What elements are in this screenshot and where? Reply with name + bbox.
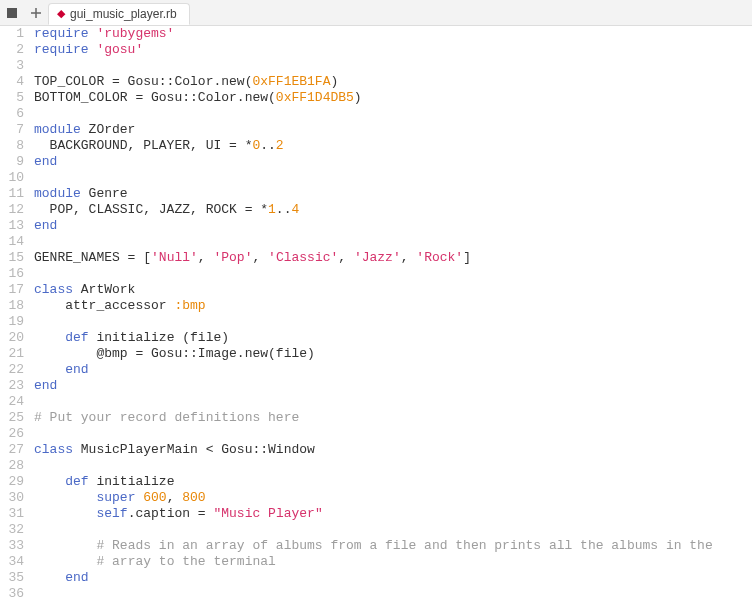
code-line[interactable]: @bmp = Gosu::Image.new(file)	[34, 346, 744, 362]
code-line[interactable]: BOTTOM_COLOR = Gosu::Color.new(0xFF1D4DB…	[34, 90, 744, 106]
code-editor[interactable]: 1234567891011121314151617181920212223242…	[0, 26, 752, 602]
code-line[interactable]: TOP_COLOR = Gosu::Color.new(0xFF1EB1FA)	[34, 74, 744, 90]
line-number: 2	[0, 42, 24, 58]
code-line[interactable]: end	[34, 378, 744, 394]
code-line[interactable]: end	[34, 570, 744, 586]
line-number: 22	[0, 362, 24, 378]
line-number: 20	[0, 330, 24, 346]
line-number: 33	[0, 538, 24, 554]
code-line[interactable]: module ZOrder	[34, 122, 744, 138]
code-line[interactable]: # array to the terminal	[34, 554, 744, 570]
line-number: 29	[0, 474, 24, 490]
code-line[interactable]: def initialize	[34, 474, 744, 490]
code-line[interactable]: class ArtWork	[34, 282, 744, 298]
code-line[interactable]: BACKGROUND, PLAYER, UI = *0..2	[34, 138, 744, 154]
line-number: 19	[0, 314, 24, 330]
line-number: 7	[0, 122, 24, 138]
code-line[interactable]: POP, CLASSIC, JAZZ, ROCK = *1..4	[34, 202, 744, 218]
code-line[interactable]	[34, 266, 744, 282]
code-line[interactable]: end	[34, 154, 744, 170]
new-tab-button[interactable]	[24, 0, 48, 26]
line-number: 23	[0, 378, 24, 394]
tab-file[interactable]: ◆ gui_music_player.rb	[48, 3, 190, 25]
line-number: 3	[0, 58, 24, 74]
tab-filename: gui_music_player.rb	[70, 7, 177, 21]
tab-bar: ◆ gui_music_player.rb	[0, 0, 752, 26]
code-line[interactable]: module Genre	[34, 186, 744, 202]
code-line[interactable]	[34, 522, 744, 538]
line-number: 12	[0, 202, 24, 218]
line-number: 1	[0, 26, 24, 42]
line-number: 4	[0, 74, 24, 90]
line-number: 26	[0, 426, 24, 442]
line-number: 31	[0, 506, 24, 522]
code-line[interactable]: def initialize (file)	[34, 330, 744, 346]
code-line[interactable]	[34, 234, 744, 250]
code-line[interactable]: class MusicPlayerMain < Gosu::Window	[34, 442, 744, 458]
line-number: 27	[0, 442, 24, 458]
code-line[interactable]	[34, 426, 744, 442]
ruby-file-icon: ◆	[57, 7, 65, 20]
line-number: 10	[0, 170, 24, 186]
code-line[interactable]: end	[34, 218, 744, 234]
code-line[interactable]: GENRE_NAMES = ['Null', 'Pop', 'Classic',…	[34, 250, 744, 266]
line-number: 36	[0, 586, 24, 602]
line-number: 21	[0, 346, 24, 362]
line-number: 11	[0, 186, 24, 202]
line-number-gutter: 1234567891011121314151617181920212223242…	[0, 26, 34, 602]
code-line[interactable]: attr_accessor :bmp	[34, 298, 744, 314]
line-number: 24	[0, 394, 24, 410]
menu-icon[interactable]	[0, 0, 24, 26]
line-number: 9	[0, 154, 24, 170]
code-line[interactable]: super 600, 800	[34, 490, 744, 506]
line-number: 8	[0, 138, 24, 154]
code-line[interactable]	[34, 170, 744, 186]
line-number: 17	[0, 282, 24, 298]
code-line[interactable]	[34, 394, 744, 410]
line-number: 16	[0, 266, 24, 282]
code-line[interactable]	[34, 314, 744, 330]
line-number: 14	[0, 234, 24, 250]
line-number: 15	[0, 250, 24, 266]
line-number: 25	[0, 410, 24, 426]
code-line[interactable]: require 'rubygems'	[34, 26, 744, 42]
code-line[interactable]: require 'gosu'	[34, 42, 744, 58]
code-line[interactable]	[34, 458, 744, 474]
code-line[interactable]: end	[34, 362, 744, 378]
svg-rect-0	[7, 8, 17, 18]
code-content[interactable]: require 'rubygems'require 'gosu' TOP_COL…	[34, 26, 752, 602]
line-number: 34	[0, 554, 24, 570]
line-number: 35	[0, 570, 24, 586]
code-line[interactable]	[34, 58, 744, 74]
line-number: 18	[0, 298, 24, 314]
code-line[interactable]: self.caption = "Music Player"	[34, 506, 744, 522]
line-number: 32	[0, 522, 24, 538]
line-number: 30	[0, 490, 24, 506]
code-line[interactable]	[34, 586, 744, 602]
code-line[interactable]: # Put your record definitions here	[34, 410, 744, 426]
line-number: 28	[0, 458, 24, 474]
code-line[interactable]	[34, 106, 744, 122]
line-number: 6	[0, 106, 24, 122]
code-line[interactable]: # Reads in an array of albums from a fil…	[34, 538, 744, 554]
line-number: 13	[0, 218, 24, 234]
line-number: 5	[0, 90, 24, 106]
